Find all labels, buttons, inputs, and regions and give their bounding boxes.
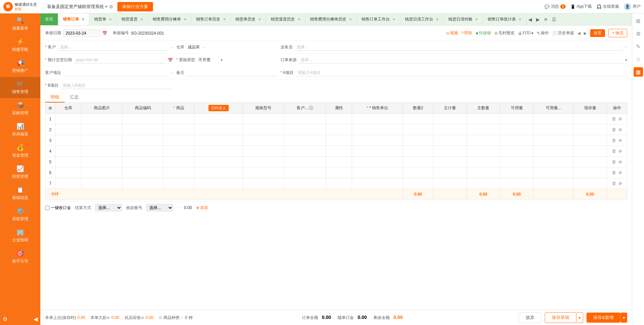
row-warehouse[interactable] <box>55 124 81 135</box>
customer-input[interactable] <box>58 44 168 51</box>
tab-close-cash-daily-workbench[interactable]: ✕ <box>436 17 439 21</box>
tab-close-sales-order-stats[interactable]: ✕ <box>519 17 521 21</box>
help-btn[interactable]: ? 帮助 <box>461 30 472 36</box>
row-main-qty[interactable] <box>466 167 500 178</box>
row-product-code[interactable] <box>122 114 163 124</box>
settlement-select[interactable]: 选择... <box>95 204 122 211</box>
profit-btn[interactable]: ⊙ 毛利预览 <box>494 30 515 36</box>
row-qty2[interactable] <box>403 124 433 135</box>
row-delete-icon[interactable]: 🗑 <box>612 116 616 121</box>
row-stock[interactable] <box>573 157 607 167</box>
save-new-dropdown-btn[interactable]: ▾ <box>620 313 627 323</box>
row-sales-unit[interactable] <box>352 135 403 146</box>
tab-sales-order[interactable]: 销售订单✕ <box>58 13 89 26</box>
tab-close-sales-fee-split[interactable]: ✕ <box>184 17 186 21</box>
salesperson-input[interactable] <box>295 44 622 51</box>
address-more-icon[interactable]: ··· <box>170 71 173 75</box>
tab-menu-icon[interactable]: ☰ <box>550 17 558 22</box>
row-qty2[interactable] <box>403 167 433 178</box>
right-settings-icon[interactable]: ⚙ <box>634 29 643 38</box>
row-main-qty[interactable] <box>466 146 500 157</box>
operation-btn[interactable]: ✎ 操作 <box>537 30 549 36</box>
tab-sales-returns[interactable]: 销货单✕ <box>89 13 117 26</box>
row-customer-code[interactable] <box>284 167 326 178</box>
save-draft-btn[interactable]: 保存草稿 <box>545 312 576 323</box>
order-source-input[interactable] <box>299 56 623 64</box>
sidebar-item-inventory[interactable]: 📊 库存核算 <box>0 119 40 140</box>
row-product-image[interactable] <box>81 135 122 146</box>
row-warehouse[interactable] <box>55 157 81 167</box>
invoice-type-dropdown-icon[interactable]: ▾ <box>221 58 223 63</box>
sidebar-item-finance[interactable]: 💰 资金管理 <box>0 140 40 162</box>
tab-close-sales-fee-history[interactable]: ✕ <box>349 17 352 21</box>
row-available[interactable] <box>500 178 534 189</box>
row-available[interactable] <box>500 157 534 167</box>
row-main-qty[interactable] <box>466 135 500 146</box>
sidebar-item-system[interactable]: ⚙️ 系统管理 <box>0 204 40 225</box>
row-product-code[interactable] <box>122 135 163 146</box>
row-stock[interactable] <box>573 135 607 146</box>
row-product-code[interactable] <box>122 178 163 189</box>
row-sales-unit[interactable] <box>352 178 403 189</box>
scan-btn[interactable]: 扫码录入 <box>209 105 229 111</box>
sidebar-item-marketing[interactable]: 📢 营销推广 <box>0 56 40 77</box>
row-copy-icon[interactable]: ⊕ <box>618 181 622 186</box>
app-download-btn[interactable]: 📱 App下载 <box>570 4 592 9</box>
salesperson-more-icon[interactable]: ··· <box>624 45 627 49</box>
row-product[interactable] <box>163 146 194 157</box>
sidebar-item-base-info[interactable]: 📋 基础信息 <box>0 183 40 204</box>
settings-icon[interactable]: ⚙ <box>109 4 113 9</box>
row-product-image[interactable] <box>81 114 122 124</box>
row-warehouse[interactable] <box>55 146 81 157</box>
row-delete-icon[interactable]: 🗑 <box>612 170 616 175</box>
tab-close-sales-order-workbench[interactable]: ✕ <box>392 17 395 21</box>
row-stock[interactable] <box>573 146 607 157</box>
a-project-input[interactable] <box>296 69 627 76</box>
industry-btn[interactable]: 体验行业方案 <box>117 2 153 11</box>
nav-left-icon[interactable]: ◀ <box>577 31 580 36</box>
right-expand-icon[interactable]: ⊞ <box>634 16 643 26</box>
row-customer-code[interactable] <box>284 178 326 189</box>
row-spec[interactable] <box>243 124 284 135</box>
row-main-qty[interactable] <box>466 178 500 189</box>
shortcut-btn[interactable]: ■ 快捷键 <box>476 30 491 36</box>
tab-close-all-icon[interactable]: ✕ <box>542 17 550 22</box>
row-attributes[interactable] <box>326 167 352 178</box>
row-available[interactable] <box>500 167 534 178</box>
customer-address-input[interactable] <box>63 69 168 76</box>
row-warehouse[interactable] <box>55 178 81 189</box>
row-attributes[interactable] <box>326 114 352 124</box>
col-settings[interactable]: ⚙ <box>45 103 55 114</box>
customer-more-icon[interactable]: ··· <box>170 45 173 49</box>
row-warehouse[interactable] <box>55 167 81 178</box>
row-available2[interactable] <box>533 124 573 135</box>
row-stock[interactable] <box>573 178 607 189</box>
row-qty2[interactable] <box>403 178 433 189</box>
right-star-icon[interactable]: ☆ <box>634 54 643 64</box>
online-service-btn[interactable]: 🎧 在线客服 <box>597 4 619 9</box>
row-attributes[interactable] <box>326 146 352 157</box>
row-copy-icon[interactable]: ⊕ <box>618 127 622 132</box>
view-btn[interactable]: ⊙ 视频 <box>446 30 458 36</box>
row-delete-icon[interactable]: 🗑 <box>612 138 616 143</box>
tab-home[interactable]: 首页 <box>40 13 58 26</box>
row-delete-icon[interactable]: 🗑 <box>612 159 616 164</box>
save-draft-dropdown-btn[interactable]: ▾ <box>576 312 583 323</box>
row-delete-icon[interactable]: 🗑 <box>612 149 616 154</box>
row-available2[interactable] <box>533 157 573 167</box>
row-sales-unit[interactable] <box>352 124 403 135</box>
row-product[interactable] <box>163 167 194 178</box>
row-warehouse[interactable] <box>55 135 81 146</box>
notes-input[interactable] <box>186 69 277 76</box>
nav-right-icon[interactable]: ▶ <box>584 31 587 36</box>
tab-cash-daily-reconcile[interactable]: 钱货日清对账✕ <box>444 13 483 26</box>
tab-close-sales-returns[interactable]: ✕ <box>109 17 112 21</box>
row-product[interactable] <box>163 114 194 124</box>
sidebar-item-purchase[interactable]: 📦 采购管理 <box>0 98 40 119</box>
row-copy-icon[interactable]: ⊕ <box>618 149 622 154</box>
row-copy-icon[interactable]: ⊕ <box>618 116 622 121</box>
row-sales-unit[interactable] <box>352 167 403 178</box>
row-product[interactable] <box>163 135 194 146</box>
history-btn[interactable]: 📄 历史单据 <box>552 30 574 36</box>
row-customer-code[interactable] <box>284 146 326 157</box>
